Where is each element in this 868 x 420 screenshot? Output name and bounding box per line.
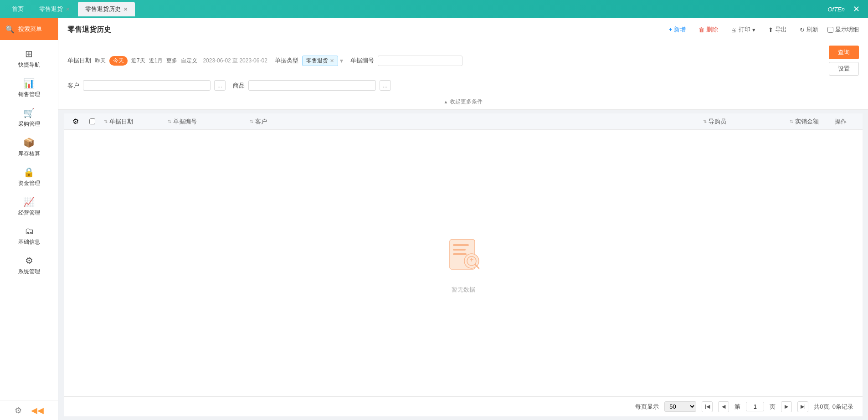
delete-button[interactable]: 🗑 删除 [695,24,722,36]
goods-ellipsis-button[interactable]: ... [380,80,391,91]
sidebar-item-basic-info-label: 基础信息 [18,238,40,246]
sidebar-item-purchase-mgmt-label: 采购管理 [18,120,40,128]
pagination-bar: 每页显示 50 100 200 |◀ ◀ 第 页 ▶ ▶| 共0页, 0条记录 [64,396,863,416]
sidebar-search[interactable]: 🔍 搜索菜单 [0,18,58,40]
tab-home[interactable]: 首页 [5,2,31,16]
export-button[interactable]: ⬆ 导出 [765,24,791,36]
print-button[interactable]: 🖨 打印 ▾ [727,24,759,36]
sidebar-item-operations[interactable]: 📈 经营管理 [0,192,58,221]
th-date[interactable]: ⇅ 单据日期 [100,118,164,126]
sidebar-item-basic-info[interactable]: 🗂 基础信息 [0,221,58,251]
table-header: ⚙ ⇅ 单据日期 ⇅ 单据编号 ⇅ 客户 [64,113,863,130]
doc-code-input[interactable] [378,56,462,66]
customer-input[interactable] [83,80,211,91]
th-code[interactable]: ⇅ 单据编号 [164,118,246,126]
print-icon: 🖨 [731,26,737,33]
th-code-sort-icon: ⇅ [168,119,171,124]
settings-button[interactable]: 设置 [829,62,859,76]
purchase-mgmt-icon: 🛒 [23,108,35,118]
date-opt-more[interactable]: 更多 [166,57,177,65]
page-first-button[interactable]: |◀ [702,401,713,412]
table-container: ⚙ ⇅ 单据日期 ⇅ 单据编号 ⇅ 客户 [64,113,863,396]
date-filter-options: 昨天 今天 近7天 近1月 更多 自定义 [95,56,197,66]
customer-label: 客户 [67,82,79,90]
sidebar-item-sales-mgmt[interactable]: 📊 销售管理 [0,73,58,103]
delete-icon: 🗑 [699,26,704,33]
th-date-sort-icon: ⇅ [104,119,108,124]
tab-retail-return-history[interactable]: 零售退货历史 ✕ [78,2,135,16]
collapse-bar[interactable]: ▲ 收起更多条件 [67,95,859,109]
sidebar-item-quick-nav[interactable]: ⊞ 快捷导航 [0,44,58,73]
page-title: 零售退货历史 [67,25,111,35]
tab-retail-return-close[interactable]: ✕ [66,6,70,12]
date-opt-custom[interactable]: 自定义 [181,57,197,65]
select-all-input[interactable] [89,118,95,124]
sidebar-item-finance-mgmt[interactable]: 🔒 资金管理 [0,162,58,192]
th-guide[interactable]: ⇅ 导购员 [699,118,768,126]
quick-nav-icon: ⊞ [25,48,33,59]
refresh-button[interactable]: ↻ 刷新 [796,24,822,36]
page-number-input[interactable] [746,402,764,411]
date-opt-7days[interactable]: 近7天 [131,57,145,65]
show-detail-checkbox[interactable]: 显示明细 [827,26,859,34]
new-button[interactable]: + 新增 [665,24,689,36]
tab-retail-return-history-close[interactable]: ✕ [123,6,128,12]
often-label: OfTEn [827,6,845,13]
svg-rect-1 [453,244,469,246]
table-empty-state: 暂无数据 [64,130,863,396]
page-prev-button[interactable]: ◀ [718,401,729,412]
query-button[interactable]: 查询 [829,46,859,59]
page-size-select[interactable]: 50 100 200 [664,401,696,412]
sidebar-item-sales-mgmt-label: 销售管理 [18,91,40,98]
customer-ellipsis-button[interactable]: ... [214,80,226,91]
th-customer[interactable]: ⇅ 客户 [246,118,699,126]
print-dropdown-icon: ▾ [752,26,755,33]
sidebar-item-inventory-label: 库存核算 [18,150,40,158]
sidebar-bottom: ⚙ ◀◀ [0,400,58,420]
date-filter-item: 单据日期 昨天 今天 近7天 近1月 更多 自定义 2023-06-02 至 2… [67,56,267,66]
tab-retail-return-history-label: 零售退货历史 [85,5,121,13]
show-detail-input[interactable] [827,27,833,33]
main-layout: 🔍 搜索菜单 ⊞ 快捷导航 📊 销售管理 🛒 采购管理 📦 库存核算 🔒 [0,18,868,420]
customer-filter-item: 客户 ... [67,80,226,91]
date-opt-1month[interactable]: 近1月 [149,57,163,65]
show-detail-label: 显示明细 [835,26,859,34]
th-amount-sort-icon: ⇅ [790,119,793,124]
doc-type-dropdown-icon[interactable]: ▾ [340,57,343,64]
top-bar-right: OfTEn ✕ [827,4,863,14]
th-guide-sort-icon: ⇅ [703,119,707,124]
page-label-suffix: 页 [770,403,776,411]
content-body: ⚙ ⇅ 单据日期 ⇅ 单据编号 ⇅ 客户 [58,110,868,420]
page-total-label: 共0页, 0条记录 [814,403,853,411]
th-action-label: 操作 [835,118,847,126]
sidebar-item-purchase-mgmt[interactable]: 🛒 采购管理 [0,103,58,133]
gear-icon[interactable]: ⚙ [15,405,22,415]
goods-label: 商品 [233,82,245,90]
date-range-text: 2023-06-02 至 2023-06-02 [203,57,267,65]
tab-retail-return[interactable]: 零售退货 ✕ [32,2,77,16]
date-opt-today[interactable]: 今天 [109,56,128,66]
filter-row-2: 客户 ... 商品 ... [67,80,859,91]
sidebar-search-label: 搜索菜单 [18,25,42,33]
table-settings-icon[interactable]: ⚙ [67,117,84,126]
goods-filter-item: 商品 ... [233,80,391,91]
doc-type-label: 单据类型 [275,56,298,65]
th-amount[interactable]: ⇅ 实销金额 [768,118,822,126]
page-last-button[interactable]: ▶| [797,401,808,412]
page-next-button[interactable]: ▶ [781,401,792,412]
system-mgmt-icon: ⚙ [25,255,33,266]
sound-icon[interactable]: ◀◀ [31,405,44,415]
th-customer-sort-icon: ⇅ [250,119,253,124]
doc-type-tag: 零售退货 ✕ [302,56,338,66]
sidebar-item-finance-mgmt-label: 资金管理 [18,179,40,187]
sidebar-item-system-mgmt-label: 系统管理 [18,268,40,276]
close-window-button[interactable]: ✕ [849,4,863,14]
goods-input[interactable] [248,80,376,91]
page-size-label: 每页显示 [635,403,659,411]
operations-icon: 📈 [23,196,35,207]
sidebar-item-system-mgmt[interactable]: ⚙ 系统管理 [0,251,58,280]
doc-type-tag-close[interactable]: ✕ [330,58,334,64]
date-opt-yesterday[interactable]: 昨天 [95,57,106,65]
table-select-all-checkbox[interactable] [84,118,100,124]
sidebar-item-inventory[interactable]: 📦 库存核算 [0,133,58,162]
